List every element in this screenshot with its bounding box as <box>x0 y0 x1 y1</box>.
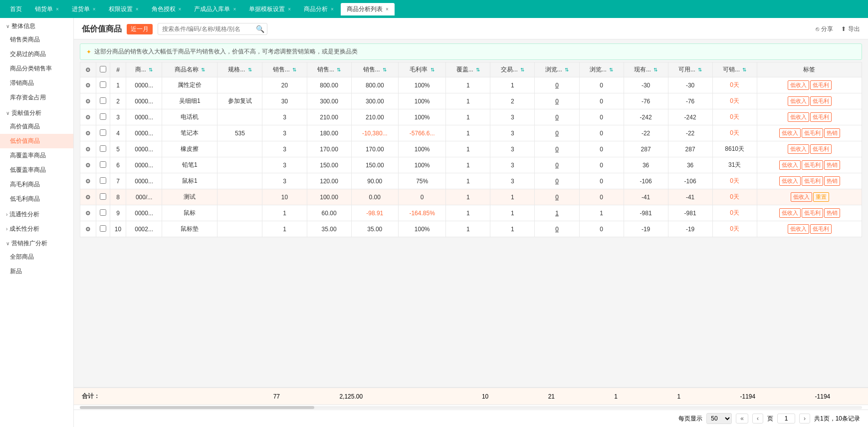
row-gear[interactable]: ⚙ <box>80 141 96 157</box>
nav-product-analysis-list[interactable]: 商品分析列表× <box>341 3 395 15</box>
sidebar-group-liquidity[interactable]: › 流通性分析 <box>0 206 73 221</box>
sidebar-item-high-margin[interactable]: 高毛利商品 <box>0 177 73 192</box>
column-coverage[interactable]: 覆盖... ⇅ <box>446 62 490 77</box>
period-tag-button[interactable]: 近一月 <box>127 24 153 34</box>
row-checkbox[interactable] <box>96 221 110 237</box>
column-browse1[interactable]: 浏览... ⇅ <box>535 62 579 77</box>
sidebar-item-category-sales-rate[interactable]: 商品分类销售率 <box>0 61 73 76</box>
scrollbar-track[interactable] <box>80 406 862 409</box>
row-browse1[interactable]: 0 <box>535 141 579 157</box>
column-name[interactable]: 商品名称 ⇅ <box>162 62 217 77</box>
column-browse2[interactable]: 浏览... ⇅ <box>579 62 624 77</box>
row-browse1[interactable]: 0 <box>535 109 579 125</box>
row-browse1[interactable]: 0 <box>535 221 579 237</box>
row-checkbox[interactable] <box>96 93 110 109</box>
row-browse1[interactable]: 0 <box>535 157 579 173</box>
row-gear[interactable]: ⚙ <box>80 173 96 189</box>
nav-product-analysis[interactable]: 商品分析× <box>298 3 340 15</box>
row-checkbox[interactable] <box>96 77 110 93</box>
sidebar-item-low-coverage[interactable]: 低覆盖率商品 <box>0 163 73 177</box>
row-checkbox[interactable] <box>96 141 110 157</box>
close-icon[interactable]: × <box>136 6 139 12</box>
column-current[interactable]: 现有... ⇅ <box>624 62 668 77</box>
prev-page-button[interactable]: ‹ <box>752 414 763 424</box>
sidebar-item-traded-products[interactable]: 交易过的商品 <box>0 47 73 61</box>
share-button[interactable]: ⎋ 分享 <box>816 25 833 33</box>
next-page-button[interactable]: › <box>799 414 810 424</box>
close-icon[interactable]: × <box>233 6 236 12</box>
per-page-select[interactable]: 50 100 200 <box>706 413 732 424</box>
row-browse1[interactable]: 0 <box>535 77 579 93</box>
row-checkbox[interactable] <box>96 205 110 221</box>
select-all-checkbox[interactable] <box>100 66 106 72</box>
row-browse1[interactable]: 0 <box>535 125 579 141</box>
row-checkbox[interactable] <box>96 157 110 173</box>
close-icon[interactable]: × <box>93 6 96 12</box>
close-icon[interactable]: × <box>331 6 334 12</box>
row-browse1[interactable]: 0 <box>535 93 579 109</box>
close-icon[interactable]: × <box>288 6 291 12</box>
sidebar-item-inventory-capital[interactable]: 库存资金占用 <box>0 90 73 105</box>
sidebar-item-low-margin[interactable]: 低毛利商品 <box>0 192 73 206</box>
sidebar-group-overall[interactable]: ∨ 整体信息 <box>0 18 73 32</box>
sidebar-group-marketing[interactable]: ∨ 营销推广分析 <box>0 235 73 250</box>
close-icon[interactable]: × <box>179 6 182 12</box>
column-saleable[interactable]: 可销... ⇅ <box>712 62 757 77</box>
column-sale-qty[interactable]: 销售... ⇅ <box>262 62 307 77</box>
search-input[interactable] <box>158 23 267 35</box>
column-code[interactable]: 商... ⇅ <box>126 62 162 77</box>
sidebar-item-slow-moving[interactable]: 滞销商品 <box>0 76 73 90</box>
row-gear[interactable]: ⚙ <box>80 205 96 221</box>
row-num: 3 <box>110 109 126 125</box>
row-gear[interactable]: ⚙ <box>80 109 96 125</box>
sidebar-group-growth[interactable]: › 成长性分析 <box>0 221 73 235</box>
row-checkbox[interactable] <box>96 189 110 205</box>
horizontal-scrollbar[interactable] <box>74 405 868 410</box>
column-sale-price[interactable]: 销售... ⇅ <box>307 62 351 77</box>
row-checkbox[interactable] <box>96 109 110 125</box>
page-number-input[interactable] <box>777 414 795 424</box>
column-sale-amount[interactable]: 销售... ⇅ <box>351 62 398 77</box>
row-gear[interactable]: ⚙ <box>80 77 96 93</box>
close-icon[interactable]: × <box>56 6 59 12</box>
row-name: 电话机 <box>162 109 217 125</box>
row-browse1[interactable]: 0 <box>535 189 579 205</box>
export-button[interactable]: ⬆ 导出 <box>841 25 860 33</box>
row-gear[interactable]: ⚙ <box>80 189 96 205</box>
row-browse1[interactable]: 0 <box>535 173 579 189</box>
column-spec[interactable]: 规格... ⇅ <box>217 62 262 77</box>
row-gear[interactable]: ⚙ <box>80 221 96 237</box>
sidebar-item-high-coverage[interactable]: 高覆盖率商品 <box>0 148 73 163</box>
sidebar-item-sales-products[interactable]: 销售类商品 <box>0 32 73 47</box>
column-trade[interactable]: 交易... ⇅ <box>490 62 535 77</box>
nav-sales-order[interactable]: 销货单× <box>29 3 65 15</box>
row-gear[interactable]: ⚙ <box>80 157 96 173</box>
nav-product-inbound[interactable]: 产成品入库单× <box>188 3 242 15</box>
row-tags: 低收入低毛利热销 <box>757 173 862 189</box>
first-page-button[interactable]: « <box>736 414 748 424</box>
sidebar-item-all-products[interactable]: 全部商品 <box>0 250 73 264</box>
sidebar-item-new-products[interactable]: 新品 <box>0 264 73 279</box>
nav-home[interactable]: 首页 <box>4 3 28 15</box>
column-gear[interactable]: ⚙ <box>80 62 96 77</box>
sidebar-group-contribution[interactable]: ∨ 贡献值分析 <box>0 105 73 119</box>
sidebar-item-high-value[interactable]: 高价值商品 <box>0 119 73 134</box>
nav-template-settings[interactable]: 单据模板设置× <box>243 3 297 15</box>
tag-badge: 低收入 <box>779 128 801 138</box>
nav-permission-settings[interactable]: 权限设置× <box>103 3 145 15</box>
nav-role-auth[interactable]: 角色授权× <box>146 3 188 15</box>
close-icon[interactable]: × <box>386 6 389 12</box>
row-gear[interactable]: ⚙ <box>80 125 96 141</box>
scrollbar-thumb[interactable] <box>80 406 314 409</box>
sidebar-item-low-value[interactable]: 低价值商品 <box>0 134 73 148</box>
table-container[interactable]: ⚙ # 商... ⇅ 商品名称 ⇅ 规格... ⇅ 销售... ⇅ 销售... … <box>74 62 868 387</box>
row-gear[interactable]: ⚙ <box>80 93 96 109</box>
row-checkbox[interactable] <box>96 125 110 141</box>
column-margin[interactable]: 毛利率 ⇅ <box>398 62 445 77</box>
search-icon[interactable]: 🔍 <box>256 25 264 33</box>
row-checkbox[interactable] <box>96 173 110 189</box>
nav-purchase-order[interactable]: 进货单× <box>66 3 102 15</box>
column-select-all[interactable] <box>96 62 110 77</box>
column-available[interactable]: 可用... ⇅ <box>668 62 712 77</box>
row-browse1[interactable]: 1 <box>535 205 579 221</box>
